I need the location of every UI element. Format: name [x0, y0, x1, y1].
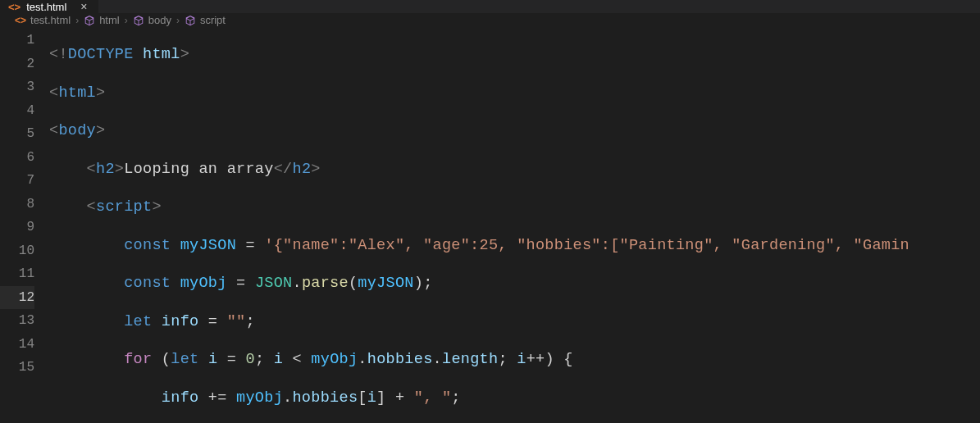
code-line[interactable]: <html> — [49, 82, 980, 106]
html-file-icon: <> — [15, 15, 26, 26]
line-number: 2 — [0, 52, 34, 76]
breadcrumb-label: html — [99, 14, 120, 26]
html-file-icon: <> — [8, 1, 21, 13]
code-line[interactable]: <body> — [49, 120, 980, 143]
line-number: 13 — [0, 309, 34, 333]
line-number: 5 — [0, 122, 34, 146]
cube-icon — [84, 15, 95, 26]
line-number: 15 — [0, 356, 34, 380]
code-line[interactable]: <h2>Looping an array</h2> — [49, 158, 980, 182]
code-line[interactable]: <!DOCTYPE html> — [49, 43, 980, 67]
cube-icon — [133, 15, 144, 26]
breadcrumb-script[interactable]: script — [185, 14, 226, 26]
line-number: 6 — [0, 146, 34, 170]
line-number-gutter: 1 2 3 4 5 6 7 8 9 10 11 12 13 14 15 — [0, 27, 49, 423]
code-line[interactable]: const myObj = JSON.parse(myJSON); — [49, 272, 980, 296]
minimap[interactable] — [972, 27, 980, 423]
line-number: 10 — [0, 239, 34, 263]
tab-test-html[interactable]: <> test.html × — [0, 0, 99, 13]
code-line[interactable]: <script> — [49, 196, 980, 220]
chevron-right-icon: › — [125, 15, 128, 26]
code-line[interactable]: info += myObj.hobbies[i] + ", "; — [49, 387, 980, 411]
code-line[interactable]: for (let i = 0; i < myObj.hobbies.length… — [49, 348, 980, 372]
line-number: 1 — [0, 29, 34, 52]
close-icon[interactable]: × — [77, 0, 90, 13]
line-number: 3 — [0, 75, 34, 99]
line-number: 7 — [0, 169, 34, 193]
code-area[interactable]: <!DOCTYPE html> <html> <body> <h2>Loopin… — [49, 27, 980, 423]
editor[interactable]: 1 2 3 4 5 6 7 8 9 10 11 12 13 14 15 <!DO… — [0, 27, 980, 423]
tab-filename: test.html — [26, 1, 66, 13]
line-number: 4 — [0, 99, 34, 123]
line-number: 8 — [0, 193, 34, 216]
cube-icon — [185, 15, 196, 26]
line-number: 9 — [0, 216, 34, 239]
line-number: 12 — [0, 286, 34, 310]
code-line[interactable]: let info = ""; — [49, 311, 980, 334]
code-line[interactable]: const myJSON = '{"name":"Alex", "age":25… — [49, 234, 980, 258]
chevron-right-icon: › — [176, 15, 180, 26]
line-number: 14 — [0, 333, 34, 357]
breadcrumb-label: script — [200, 14, 226, 26]
breadcrumb-label: body — [148, 14, 171, 26]
chevron-right-icon: › — [75, 15, 79, 26]
breadcrumb-body[interactable]: body — [133, 14, 171, 26]
line-number: 11 — [0, 262, 34, 286]
breadcrumb-html[interactable]: html — [84, 14, 120, 26]
breadcrumb-file-label: test.html — [30, 14, 71, 26]
breadcrumb: <> test.html › html › body › script — [0, 14, 980, 27]
breadcrumb-file[interactable]: <> test.html — [15, 14, 71, 26]
tab-bar: <> test.html × — [0, 0, 980, 14]
